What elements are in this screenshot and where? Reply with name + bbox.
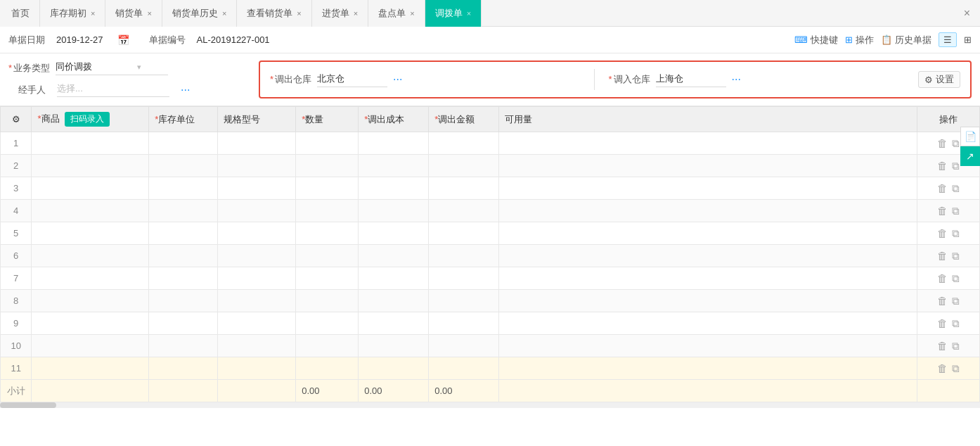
copy-icon-5[interactable]: ⧉	[952, 227, 960, 240]
row-unit-4[interactable]	[149, 200, 218, 222]
row-qty-10[interactable]	[296, 335, 359, 357]
row-amount-8[interactable]	[429, 290, 499, 312]
tab-view-sales[interactable]: 查看销货单 ×	[237, 0, 311, 27]
row-goods-9[interactable]	[32, 312, 149, 335]
tab-sales-order-close[interactable]: ×	[147, 9, 151, 18]
row-qty-8[interactable]	[296, 290, 359, 312]
copy-icon-4[interactable]: ⧉	[952, 205, 960, 217]
layout-list-button[interactable]: ☰	[939, 32, 957, 47]
tab-transfer[interactable]: 调拨单 ×	[425, 0, 482, 27]
row-spec-4[interactable]	[218, 200, 296, 222]
tab-inventory-init[interactable]: 库存期初 ×	[40, 0, 105, 27]
handler-placeholder[interactable]: 选择...	[57, 82, 169, 97]
transfer-in-ellipsis-button[interactable]: ···	[732, 73, 741, 86]
copy-icon-1[interactable]: ⧉	[952, 137, 960, 150]
row-spec-3[interactable]	[218, 177, 296, 200]
row-cost-9[interactable]	[359, 312, 429, 335]
copy-icon-3[interactable]: ⧉	[952, 182, 960, 195]
tab-purchase[interactable]: 进货单 ×	[312, 0, 368, 27]
tab-stocktake[interactable]: 盘点单 ×	[368, 0, 425, 27]
scan-entry-button[interactable]: 扫码录入	[65, 112, 110, 127]
row-amount-9[interactable]	[429, 312, 499, 335]
transfer-out-ellipsis-button[interactable]: ···	[393, 73, 402, 86]
row-spec-7[interactable]	[218, 267, 296, 290]
row-qty-2[interactable]	[296, 155, 359, 177]
delete-icon-10[interactable]: 🗑	[937, 340, 948, 352]
row-cost-1[interactable]	[359, 132, 429, 155]
history-button[interactable]: 📋 历史单据	[881, 34, 931, 46]
row-qty-6[interactable]	[296, 245, 359, 267]
row-unit-5[interactable]	[149, 222, 218, 245]
handler-ellipsis-button[interactable]: ···	[181, 84, 190, 96]
row-qty-7[interactable]	[296, 267, 359, 290]
row-cost-5[interactable]	[359, 222, 429, 245]
copy-icon-8[interactable]: ⧉	[952, 295, 960, 307]
row-spec-2[interactable]	[218, 155, 296, 177]
row-amount-6[interactable]	[429, 245, 499, 267]
delete-icon-9[interactable]: 🗑	[937, 317, 948, 329]
row-unit-8[interactable]	[149, 290, 218, 312]
row-cost-2[interactable]	[359, 155, 429, 177]
row-unit-2[interactable]	[149, 155, 218, 177]
row-amount-4[interactable]	[429, 200, 499, 222]
row-spec-5[interactable]	[218, 222, 296, 245]
row-goods-1[interactable]	[32, 132, 149, 155]
delete-icon-4[interactable]: 🗑	[937, 205, 948, 217]
row-spec-11[interactable]	[218, 357, 296, 380]
layout-grid-button[interactable]: ⊞	[964, 34, 972, 45]
business-type-select[interactable]: 同价调拨 ▾	[56, 60, 168, 75]
operations-button[interactable]: ⊞ 操作	[845, 34, 874, 46]
delete-icon-8[interactable]: 🗑	[937, 295, 948, 307]
copy-icon-6[interactable]: ⧉	[952, 250, 960, 262]
tab-transfer-close[interactable]: ×	[467, 9, 471, 18]
row-goods-5[interactable]	[32, 222, 149, 245]
settings-button[interactable]: ⚙ 设置	[918, 71, 960, 88]
tab-inventory-init-close[interactable]: ×	[91, 9, 95, 18]
row-unit-10[interactable]	[149, 335, 218, 357]
copy-icon-2[interactable]: ⧉	[952, 160, 960, 172]
row-unit-11[interactable]	[149, 357, 218, 380]
copy-icon-9[interactable]: ⧉	[952, 317, 960, 330]
copy-icon-11[interactable]: ⧉	[952, 362, 960, 375]
row-unit-1[interactable]	[149, 132, 218, 155]
row-goods-10[interactable]	[32, 335, 149, 357]
row-qty-9[interactable]	[296, 312, 359, 335]
tab-stocktake-close[interactable]: ×	[410, 9, 414, 18]
delete-icon-3[interactable]: 🗑	[937, 182, 948, 194]
col-gear-header[interactable]: ⚙	[1, 107, 32, 132]
row-goods-3[interactable]	[32, 177, 149, 200]
window-close-button[interactable]: ×	[954, 0, 980, 27]
row-qty-3[interactable]	[296, 177, 359, 200]
delete-icon-1[interactable]: 🗑	[937, 137, 948, 149]
row-spec-1[interactable]	[218, 132, 296, 155]
row-cost-7[interactable]	[359, 267, 429, 290]
copy-icon-7[interactable]: ⧉	[952, 272, 960, 285]
row-cost-3[interactable]	[359, 177, 429, 200]
delete-icon-5[interactable]: 🗑	[937, 227, 948, 239]
row-goods-4[interactable]	[32, 200, 149, 222]
delete-icon-7[interactable]: 🗑	[937, 272, 948, 284]
row-cost-8[interactable]	[359, 290, 429, 312]
horizontal-scrollbar[interactable]	[0, 402, 980, 408]
row-amount-1[interactable]	[429, 132, 499, 155]
row-cost-6[interactable]	[359, 245, 429, 267]
tab-sales-order[interactable]: 销货单 ×	[105, 0, 162, 27]
row-spec-9[interactable]	[218, 312, 296, 335]
row-goods-2[interactable]	[32, 155, 149, 177]
scrollbar-thumb[interactable]	[0, 402, 56, 408]
calendar-icon[interactable]: 📅	[117, 34, 129, 46]
row-goods-7[interactable]	[32, 267, 149, 290]
row-unit-7[interactable]	[149, 267, 218, 290]
row-cost-4[interactable]	[359, 200, 429, 222]
row-amount-2[interactable]	[429, 155, 499, 177]
delete-icon-11[interactable]: 🗑	[937, 362, 948, 374]
quick-key-button[interactable]: ⌨ 快捷键	[794, 34, 838, 46]
delete-icon-6[interactable]: 🗑	[937, 250, 948, 262]
float-export-button[interactable]: ↗	[960, 146, 980, 166]
row-cost-10[interactable]	[359, 335, 429, 357]
row-unit-9[interactable]	[149, 312, 218, 335]
row-amount-10[interactable]	[429, 335, 499, 357]
row-qty-1[interactable]	[296, 132, 359, 155]
delete-icon-2[interactable]: 🗑	[937, 160, 948, 172]
row-goods-11[interactable]	[32, 357, 149, 380]
